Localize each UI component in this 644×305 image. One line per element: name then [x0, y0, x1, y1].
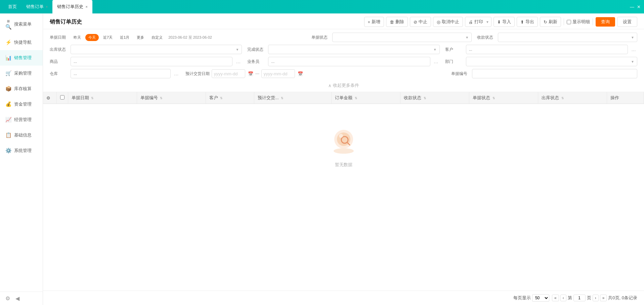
btn-query[interactable]: 查询 [596, 17, 615, 27]
filter-product-input[interactable] [71, 57, 232, 66]
btn-new-label: 新增 [372, 19, 380, 25]
sidebar-item-basic-info[interactable]: 📋 基础信息 [0, 127, 43, 143]
btn-stop[interactable]: ⊘ 中止 [410, 17, 431, 27]
tab-sales-order-history-close[interactable]: × [85, 5, 87, 9]
tab-sales-order-history[interactable]: 销售订单历史 × [52, 0, 92, 13]
btn-delete-label: 删除 [395, 19, 404, 25]
date-chip-custom[interactable]: 自定义 [148, 34, 166, 41]
filter-date-label: 单据日期 [50, 35, 69, 40]
btn-export[interactable]: ⬆ 导出 [517, 17, 538, 27]
calendar-to-icon[interactable]: 📅 [298, 71, 303, 76]
filter-receipt-status-select[interactable]: ▼ [498, 33, 637, 42]
btn-new[interactable]: + 新增 [364, 17, 384, 27]
filter-out-status-select[interactable]: ▼ [71, 45, 242, 54]
date-from-placeholder: yyyy-mm-dd [214, 71, 238, 76]
page-number-input[interactable] [573, 295, 586, 301]
display-detail-check[interactable]: 显示明细 [567, 19, 590, 25]
th-order-amount[interactable]: 订单金额 ⇅ [332, 92, 400, 104]
search-menu-icon: ≡🔍 [5, 18, 11, 30]
filter-expected-date-from[interactable]: yyyy-mm-dd [212, 69, 245, 78]
th-check[interactable] [56, 92, 68, 104]
sidebar-settings-icon[interactable]: ⚙ [5, 295, 10, 302]
sidebar-item-system-mgmt-label: 系统管理 [14, 148, 32, 154]
window-minimize[interactable]: — [630, 4, 634, 9]
filter-salesperson-input[interactable] [268, 57, 430, 66]
th-bill-date[interactable]: 单据日期 ⇅ [68, 92, 137, 104]
product-more-icon[interactable]: … [234, 59, 242, 64]
page-last-btn[interactable]: » [600, 295, 607, 301]
th-out-status[interactable]: 出库状态 ⇅ [538, 92, 607, 104]
calendar-from-icon[interactable]: 📅 [248, 71, 253, 76]
filter-complete-status: 完成状态 ▼ [247, 45, 439, 54]
select-all-checkbox[interactable] [60, 95, 65, 100]
customer-more-icon[interactable]: … [630, 47, 637, 52]
btn-refresh[interactable]: ↻ 刷新 [540, 17, 561, 27]
dept-arrow-icon: ▼ [631, 60, 634, 64]
date-chip-7days[interactable]: 近7天 [100, 34, 116, 41]
sidebar-collapse-icon[interactable]: ◀ [15, 295, 19, 302]
filter-bill-status-select[interactable]: ▼ [332, 33, 472, 42]
sidebar-item-sales-mgmt-label: 销售管理 [14, 55, 32, 61]
window-close[interactable]: ✕ [637, 4, 641, 9]
filter-complete-status-label: 完成状态 [247, 47, 266, 52]
sidebar-item-quick-nav[interactable]: ⚡ 快捷导航 [0, 35, 43, 50]
th-gear[interactable]: ⚙ [43, 92, 56, 104]
filter-customer-label: 客户 [445, 47, 464, 52]
th-expected-delivery[interactable]: 预计交货... ⇅ [254, 92, 331, 104]
sidebar-item-sales-mgmt[interactable]: 📊 销售管理 [0, 50, 43, 66]
sidebar-item-search-menu[interactable]: ≡🔍 搜索菜单 [0, 13, 43, 35]
filter-complete-status-select[interactable]: ▼ [268, 45, 439, 54]
receipt-status-arrow-icon: ▼ [631, 36, 634, 39]
salesperson-more-icon[interactable]: … [432, 59, 440, 64]
sidebar-item-system-mgmt[interactable]: ⚙️ 系统管理 [0, 143, 43, 158]
warehouse-more-icon[interactable]: … [173, 71, 180, 76]
date-to-placeholder: yyyy-mm-dd [264, 71, 288, 76]
filter-customer-input[interactable] [466, 45, 628, 54]
new-icon: + [368, 20, 371, 25]
content: 销售订单历史 + 新增 🗑 删除 ⊘ 中止 ◎ 取消中止 [43, 13, 644, 305]
page-prev-btn[interactable]: ‹ [560, 295, 566, 301]
sidebar-item-inventory-calc[interactable]: 📦 库存核算 [0, 81, 43, 97]
bill-status-sort-icon: ⇅ [492, 97, 495, 100]
empty-state: 暂无数据 [43, 104, 644, 188]
bill-no-sort-icon: ⇅ [160, 97, 163, 100]
sidebar-item-purchase-mgmt[interactable]: 🛒 采购管理 [0, 66, 43, 81]
sidebar-item-basic-info-label: 基础信息 [14, 132, 32, 138]
filter-dept-select[interactable]: ▼ [466, 57, 637, 66]
tab-sales-order-close[interactable]: × [46, 5, 48, 9]
toolbar-separator-2 [593, 18, 593, 25]
filter-warehouse-label: 仓库 [50, 71, 69, 77]
filter-warehouse-input[interactable] [71, 69, 171, 78]
sidebar-item-operation-mgmt[interactable]: 📈 经营管理 [0, 112, 43, 127]
sidebar-item-fund-mgmt[interactable]: 💰 资金管理 [0, 97, 43, 112]
date-chip-1month[interactable]: 近1月 [117, 34, 132, 41]
collapse-row[interactable]: ∧ 收起更多条件 [50, 81, 637, 88]
page-next-btn[interactable]: › [593, 295, 599, 301]
btn-cancel-stop[interactable]: ◎ 取消中止 [433, 17, 463, 27]
th-bill-status[interactable]: 单据状态 ⇅ [469, 92, 538, 104]
per-page-label: 每页显示 [513, 295, 531, 301]
tab-sales-order[interactable]: 销售订单 × [22, 0, 52, 13]
th-customer[interactable]: 客户 ⇅ [206, 92, 254, 104]
date-chip-yesterday[interactable]: 昨天 [71, 34, 84, 41]
date-chip-more[interactable]: 更多 [134, 34, 147, 41]
btn-print-label: 打印 [474, 19, 483, 25]
operation-mgmt-icon: 📈 [5, 117, 11, 123]
th-bill-no[interactable]: 单据编号 ⇅ [137, 92, 206, 104]
display-detail-checkbox[interactable] [567, 20, 571, 24]
btn-import[interactable]: ⬇ 导入 [493, 17, 515, 27]
sidebar-item-purchase-mgmt-label: 采购管理 [14, 70, 32, 76]
filter-bill-no-input[interactable] [472, 69, 637, 78]
filter-expected-date-to[interactable]: yyyy-mm-dd [261, 69, 295, 78]
tab-home[interactable]: 首页 [3, 0, 22, 13]
date-chip-today[interactable]: 今天 [85, 34, 99, 41]
filter-out-status-label: 出库状态 [50, 47, 69, 52]
page-size-select[interactable]: 50 10 20 100 [532, 294, 549, 302]
btn-print[interactable]: 🖨 打印 ▼ [465, 17, 491, 27]
purchase-mgmt-icon: 🛒 [5, 70, 11, 76]
page-first-btn[interactable]: « [552, 295, 559, 301]
btn-delete[interactable]: 🗑 删除 [386, 17, 408, 27]
th-receipt-status[interactable]: 收款状态 ⇅ [400, 92, 469, 104]
bill-status-arrow-icon: ▼ [465, 36, 469, 39]
btn-setting[interactable]: 设置 [617, 17, 637, 27]
